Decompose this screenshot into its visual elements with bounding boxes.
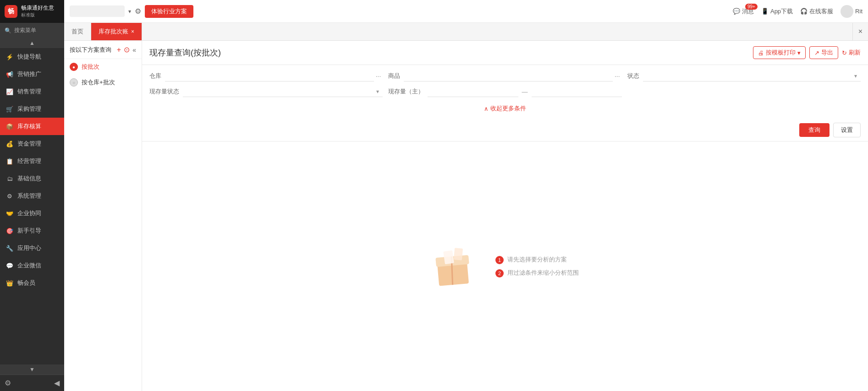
hint-1-num: 1	[495, 256, 504, 264]
inventory-icon: 📦	[5, 122, 14, 130]
settings-button[interactable]: 设置	[833, 123, 861, 137]
search-menu-label: 搜索菜单	[14, 27, 36, 34]
app-download-btn[interactable]: 📱 App下载	[761, 7, 793, 16]
member-icon: 👑	[5, 279, 14, 287]
print-dropdown-icon[interactable]: ▾	[797, 49, 801, 56]
tab-home[interactable]: 首页	[64, 23, 91, 40]
scheme-item-batch[interactable]: ● 按批次	[64, 59, 142, 75]
sidebar-item-enterprise[interactable]: 🤝 企业协同	[0, 205, 64, 222]
sidebar-item-newbie[interactable]: 🎯 新手引导	[0, 222, 64, 239]
stock-qty-max[interactable]	[532, 86, 622, 97]
tab-inventory-batch[interactable]: 库存批次账 ×	[91, 23, 142, 40]
trial-button[interactable]: 体验行业方案	[145, 5, 193, 18]
scheme-settings-btn[interactable]: ⊙	[124, 45, 130, 54]
sidebar-item-sales[interactable]: 📈 销售管理	[0, 83, 64, 100]
tab-close-icon[interactable]: ×	[131, 28, 134, 35]
stock-qty-range: —	[428, 86, 621, 97]
collapse-more-btn[interactable]: ∧ 收起更多条件	[149, 102, 861, 115]
warehouse-more-btn[interactable]: ···	[374, 72, 383, 80]
scheme-label-batch: 按批次	[82, 63, 99, 71]
sidebar-item-inventory[interactable]: 📦 库存核算	[0, 118, 64, 135]
sidebar-item-wechat[interactable]: 💬 企业微信	[0, 257, 64, 274]
online-service-btn[interactable]: 🎧 在线客服	[800, 7, 833, 16]
app-logo: 畅	[5, 5, 17, 18]
sidebar-item-marketing[interactable]: 📢 营销推广	[0, 65, 64, 83]
sidebar-item-app-center[interactable]: 🔧 应用中心	[0, 239, 64, 257]
scheme-item-warehouse-batch[interactable]: ○ 按仓库+批次	[64, 75, 142, 90]
sidebar-scroll-up[interactable]: ▲	[0, 38, 64, 48]
messages-btn[interactable]: 💬 消息 99+	[733, 7, 754, 16]
empty-icon	[431, 244, 477, 289]
add-scheme-btn[interactable]: +	[117, 46, 121, 54]
print-btn[interactable]: 🖨 按模板打印 ▾	[753, 46, 806, 59]
sidebar-item-label: 销售管理	[17, 87, 41, 96]
sidebar-item-quick-nav[interactable]: ⚡ 快捷导航	[0, 48, 64, 65]
system-icon: ⚙	[5, 192, 14, 200]
sidebar-item-label: 快捷导航	[17, 53, 41, 61]
filter-status: 状态 ▾	[627, 71, 861, 81]
page-title: 现存量查询(按批次)	[149, 47, 221, 58]
user-btn[interactable]: Rit	[841, 5, 863, 18]
product-input[interactable]	[404, 71, 613, 81]
sidebar-item-label: 新手引导	[17, 227, 41, 235]
tab-home-label: 首页	[71, 27, 83, 36]
export-btn[interactable]: ↗ 导出	[809, 46, 838, 59]
left-panel: 按以下方案查询 + ⊙ « ● 按批次 ○ 按仓库+批次	[64, 41, 142, 391]
query-button[interactable]: 查询	[799, 123, 830, 137]
sidebar-item-label: 系统管理	[17, 192, 41, 200]
scheme-label-warehouse-batch: 按仓库+批次	[82, 78, 115, 87]
newbie-icon: 🎯	[5, 227, 14, 235]
left-panel-title: 按以下方案查询	[70, 46, 111, 54]
sales-icon: 📈	[5, 87, 14, 96]
sidebar-item-basics[interactable]: 🗂 基础信息	[0, 170, 64, 187]
sidebar-scroll-down[interactable]: ▼	[0, 364, 64, 375]
action-row: 查询 设置	[142, 121, 868, 141]
status-select[interactable]: ▾	[643, 71, 861, 81]
svg-rect-3	[443, 250, 454, 264]
filter-product: 商品 ···	[388, 71, 621, 81]
app-info: 畅康通好生意 标准版	[21, 5, 54, 18]
sidebar-item-member[interactable]: 👑 畅会员	[0, 274, 64, 292]
sidebar-header: 畅 畅康通好生意 标准版	[0, 0, 64, 23]
filter-area: 仓库 ··· 商品 ··· 状态	[142, 65, 868, 121]
footer-settings-icon[interactable]: ⚙	[5, 379, 11, 387]
purchase-icon: 🛒	[5, 105, 14, 113]
sidebar-nav: ⚡ 快捷导航 📢 营销推广 📈 销售管理 🛒 采购管理 📦 库存核算 💰 资金管…	[0, 48, 64, 364]
tabs-close-all-btn[interactable]: ×	[852, 23, 868, 40]
app-download-label: App下载	[770, 7, 793, 16]
marketing-icon: 📢	[5, 70, 14, 78]
filter-row-2: 现存量状态 ▾ 现存量（主） —	[149, 86, 861, 97]
topbar-gear-icon[interactable]: ⚙	[135, 7, 141, 16]
stock-status-select[interactable]: ▾	[183, 87, 383, 97]
sidebar-item-label: 企业微信	[17, 261, 41, 270]
collapse-label: 收起更多条件	[490, 104, 526, 113]
product-more-btn[interactable]: ···	[613, 72, 622, 80]
footer-collapse-icon[interactable]: ◀	[54, 379, 60, 387]
range-dash: —	[522, 88, 528, 95]
sidebar-item-label: 营销推广	[17, 70, 41, 78]
empty-hint-2: 2 用过滤条件来缩小分析范围	[495, 269, 579, 277]
warehouse-input[interactable]	[165, 71, 374, 81]
stock-status-dropdown-icon: ▾	[376, 88, 379, 95]
topbar-dropdown-icon[interactable]: ▾	[128, 8, 131, 15]
sidebar-item-purchase[interactable]: 🛒 采购管理	[0, 100, 64, 118]
search-menu[interactable]: 🔍 搜索菜单	[0, 23, 64, 38]
refresh-btn[interactable]: ↻ 刷新	[842, 49, 861, 57]
close-all-icon: ×	[858, 27, 863, 36]
stock-qty-min[interactable]	[428, 86, 518, 97]
collapse-icon: ∧	[484, 105, 489, 112]
sidebar-item-operations[interactable]: 📋 经营管理	[0, 152, 64, 170]
finance-icon: 💰	[5, 140, 14, 148]
phone-icon: 📱	[761, 8, 769, 15]
sidebar-item-label: 资金管理	[17, 140, 41, 148]
sidebar-item-system[interactable]: ⚙ 系统管理	[0, 187, 64, 205]
main-area: ▾ ⚙ 体验行业方案 💬 消息 99+ 📱 App下载 🎧 在线客服 Rit	[64, 0, 868, 391]
wechat-icon: 💬	[5, 261, 14, 270]
refresh-icon: ↻	[842, 49, 847, 56]
sidebar-item-finance[interactable]: 💰 资金管理	[0, 135, 64, 152]
basics-icon: 🗂	[5, 174, 14, 183]
hint-1-text: 请先选择要分析的方案	[507, 255, 567, 264]
left-panel-collapse-btn[interactable]: «	[132, 46, 136, 54]
scheme-dot-batch: ●	[70, 63, 78, 71]
sidebar-item-label: 畅会员	[17, 279, 35, 287]
